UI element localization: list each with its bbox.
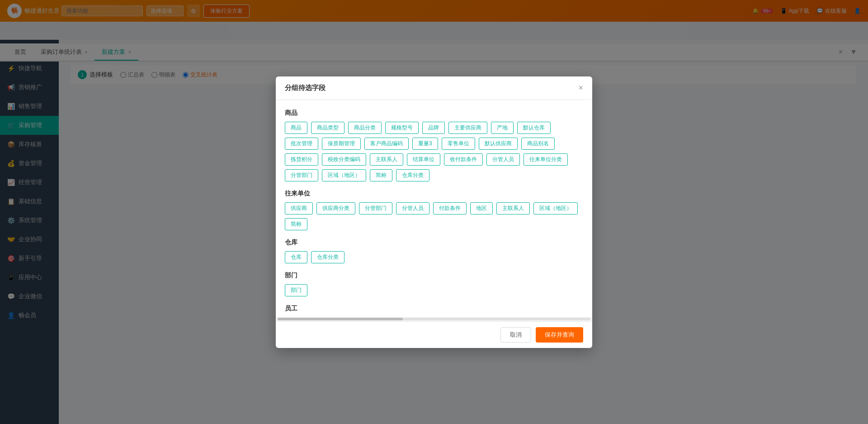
hscroll-track [278, 318, 590, 320]
field-tag[interactable]: 分管人员 [396, 202, 429, 214]
field-tag[interactable]: 商品别名 [521, 138, 555, 150]
confirm-button[interactable]: 保存并查询 [536, 327, 583, 343]
section-title-warehouse: 仓库 [285, 238, 583, 247]
field-tag[interactable]: 默认仓库 [517, 122, 551, 134]
field-tag[interactable]: 商品分类 [348, 122, 382, 134]
field-tag[interactable]: 税收分类编码 [322, 153, 366, 166]
field-tag[interactable]: 仓库 [285, 251, 307, 263]
modal-footer: 取消 保存并查询 [276, 321, 592, 348]
modal-body[interactable]: 商品 商品 商品类型 商品分类 规格型号 品牌 主要供应商 产地 默认仓库 批次… [276, 100, 592, 317]
field-tag[interactable]: 往来单位分类 [524, 153, 568, 166]
modal-overlay: 分组待选字段 × 商品 商品 商品类型 商品分类 规格型号 品牌 主要供应商 产… [0, 0, 868, 424]
field-tag[interactable]: 仓库分类 [311, 251, 344, 263]
field-tag[interactable]: 商品类型 [311, 122, 344, 134]
field-tag[interactable]: 默认供应商 [479, 138, 518, 150]
field-grid-warehouse: 仓库 仓库分类 [285, 251, 583, 263]
section-title-goods: 商品 [285, 109, 583, 117]
field-tag[interactable]: 品牌 [422, 122, 445, 134]
field-tag[interactable]: 分管部门 [359, 202, 392, 214]
modal-horizontal-scrollbar[interactable] [276, 317, 592, 321]
field-tag[interactable]: 客户商品编码 [364, 138, 409, 150]
field-tag[interactable]: 供应商分类 [316, 202, 355, 214]
modal-title: 分组待选字段 [285, 84, 326, 92]
field-tag[interactable]: 区域（地区） [533, 202, 578, 214]
field-tag[interactable]: 零售单位 [442, 138, 475, 150]
field-tag[interactable]: 分管部门 [285, 169, 318, 181]
modal-close-button[interactable]: × [578, 84, 583, 92]
field-tag[interactable]: 规格型号 [385, 122, 419, 134]
hscroll-thumb [278, 318, 403, 320]
field-tag[interactable]: 简称 [370, 169, 392, 181]
field-tag[interactable]: 付款条件 [433, 202, 467, 214]
field-select-modal: 分组待选字段 × 商品 商品 商品类型 商品分类 规格型号 品牌 主要供应商 产… [276, 76, 592, 348]
field-tag[interactable]: 主联系人 [496, 202, 530, 214]
modal-header: 分组待选字段 × [276, 76, 592, 100]
field-tag[interactable]: 主联系人 [370, 153, 403, 166]
field-grid-dept: 部门 [285, 284, 583, 296]
field-tag[interactable]: 供应商 [285, 202, 313, 214]
field-tag[interactable]: 结算单位 [407, 153, 440, 166]
field-tag[interactable]: 拣货积分 [285, 153, 318, 166]
section-title-dept: 部门 [285, 272, 583, 280]
field-tag[interactable]: 收付款条件 [444, 153, 483, 166]
field-tag[interactable]: 批次管理 [285, 138, 318, 150]
field-tag[interactable]: 主要供应商 [448, 122, 487, 134]
field-tag[interactable]: 部门 [285, 284, 307, 296]
section-title-partners: 往来单位 [285, 190, 583, 198]
field-grid-partners: 供应商 供应商分类 分管部门 分管人员 付款条件 地区 主联系人 区域（地区） … [285, 202, 583, 230]
cancel-button[interactable]: 取消 [500, 327, 531, 343]
field-tag[interactable]: 商品 [285, 122, 307, 134]
field-tag[interactable]: 保质期管理 [322, 138, 361, 150]
field-tag[interactable]: 简称 [285, 218, 307, 230]
field-grid-goods: 商品 商品类型 商品分类 规格型号 品牌 主要供应商 产地 默认仓库 批次管理 … [285, 122, 583, 181]
section-title-staff: 员工 [285, 305, 583, 313]
field-tag[interactable]: 产地 [491, 122, 514, 134]
field-tag[interactable]: 重量3 [412, 138, 438, 150]
field-tag[interactable]: 仓库分类 [396, 169, 429, 181]
field-tag[interactable]: 分管人员 [486, 153, 520, 166]
field-tag[interactable]: 区域（地区） [322, 169, 366, 181]
field-tag[interactable]: 地区 [470, 202, 493, 214]
